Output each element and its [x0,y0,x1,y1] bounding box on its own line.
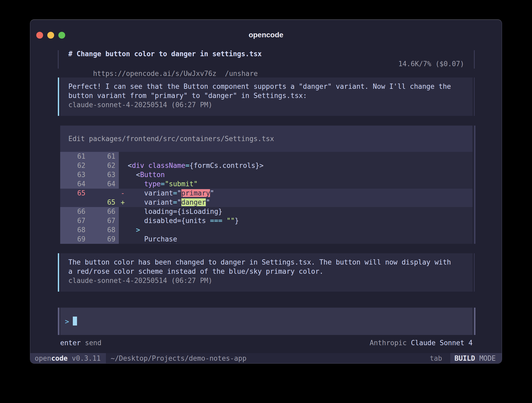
line-number: 64 [60,179,85,189]
code-line: type="submit" [128,179,198,189]
app-version-badge: opencodev0.3.11 [30,353,106,364]
provider-name: Anthropic [370,339,407,347]
diff-row: 65+ variant="danger" [60,198,473,207]
code-token: disabled={units [128,217,210,225]
code-token: = [161,180,165,188]
message-line: Perfect! I can see that the Button compo… [68,82,473,91]
code-token: danger [181,198,206,206]
code-line: loading={isLoading} [128,207,222,216]
code-token [128,226,136,234]
diff-row: 6666 loading={isLoading} [60,207,473,216]
session-title: # Change button color to danger in setti… [68,49,262,59]
line-number-gutter: 6969 [60,235,119,244]
mode-badge[interactable]: BUILDMODE [450,353,502,364]
diff-row: 6868 > [60,225,473,235]
code-token: = [173,198,177,206]
line-number: 64 [85,179,115,189]
tab-key-hint[interactable]: tab [430,353,442,364]
code-token: {formCs.controls}> [190,162,264,169]
line-number-gutter: 65 [60,198,119,207]
line-number: 61 [85,152,115,161]
line-number: 66 [60,207,85,216]
diff-marker: + [119,198,128,207]
code-line: > [128,225,140,235]
message-accent-bar [58,253,59,292]
diff-marker [119,216,128,225]
opencode-window: opencode # Change button color to danger… [30,19,502,364]
header-left-rule [58,50,59,69]
header-right-rule [474,50,475,69]
line-number-gutter: 6464 [60,179,119,189]
code-token: div [132,162,144,169]
edit-tool-title: Edit packages/frontend/src/containers/Se… [60,126,473,152]
diff-rows: 61616262<div className={formCs.controls}… [60,152,473,244]
code-token: } [235,217,239,225]
edit-tool-block: Edit packages/frontend/src/containers/Se… [58,126,475,244]
message-line: a red/rose color scheme instead of the b… [68,267,473,276]
code-token: "submit" [165,180,198,188]
mode-name: BUILD [454,354,475,362]
code-token: > [136,226,140,234]
working-directory: ~/Desktop/Projects/demo-notes-app [111,353,247,364]
code-token [144,162,149,169]
code-token [222,217,227,225]
code-token: = [173,189,177,197]
line-number-gutter: 6868 [60,225,119,235]
status-bar: opencodev0.3.11 ~/Desktop/Projects/demo-… [30,353,502,364]
hint-row: entersend AnthropicClaude Sonnet 4 [60,338,473,348]
line-number: 69 [85,235,115,244]
code-line: <Button [128,170,165,179]
line-number: 65 [60,189,85,198]
code-token: className [148,162,185,169]
line-number: 62 [60,161,85,170]
diff-row: 6464 type="submit" [60,179,473,189]
diff-marker [119,170,128,179]
line-number-gutter: 65 [60,189,119,198]
code-token: type [144,180,161,188]
code-token: "" [227,217,235,225]
line-number-gutter: 6666 [60,207,119,216]
diff-marker: - [119,189,128,198]
code-line: <div className={formCs.controls}> [128,161,264,170]
diff-marker [119,225,128,235]
hint-key: enter [60,339,81,347]
line-number-gutter: 6161 [60,152,119,161]
app-name-suffix: code [51,354,68,362]
prompt-symbol: > [65,318,69,326]
unshare-button[interactable]: /unshare [225,70,258,78]
input-left-rule [58,308,59,335]
line-number: 66 [85,207,115,216]
model-name: Claude Sonnet 4 [411,339,473,347]
line-number: 61 [60,152,85,161]
text-cursor [73,317,77,326]
diff-scrollbar[interactable] [474,126,475,244]
diff-row: 6161 [60,152,473,161]
message-right-rule [474,78,475,116]
code-token: === [210,217,222,225]
line-number: 65 [85,198,115,207]
prompt-input[interactable]: > [58,308,475,335]
diff-marker [119,207,128,216]
code-token: Purchase [128,235,177,243]
line-number: 68 [85,225,115,235]
code-token: " [177,198,181,206]
line-number-gutter: 6363 [60,170,119,179]
message-meta: claude-sonnet-4-20250514 (06:27 PM) [68,276,473,285]
code-token: primary [181,189,210,197]
diff-marker [119,152,128,161]
code-token: variant [128,189,173,197]
input-scrollbar[interactable] [474,308,475,335]
assistant-message: The button color has been changed to dan… [58,253,475,292]
diff-row: 6969 Purchase [60,235,473,244]
share-url-link[interactable]: https://opencode.ai/s/UwJxv76z [93,70,217,78]
diff-marker [119,235,128,244]
code-token: < [128,171,140,179]
hint-action: send [85,339,101,347]
line-number: 68 [60,225,85,235]
code-token: = [185,162,190,169]
diff-marker [119,161,128,170]
code-line: Purchase [128,235,177,244]
token-usage-stats: 14.6K/7% ($0.07) [398,59,464,69]
app-name-prefix: open [35,354,51,362]
line-number [85,189,115,198]
